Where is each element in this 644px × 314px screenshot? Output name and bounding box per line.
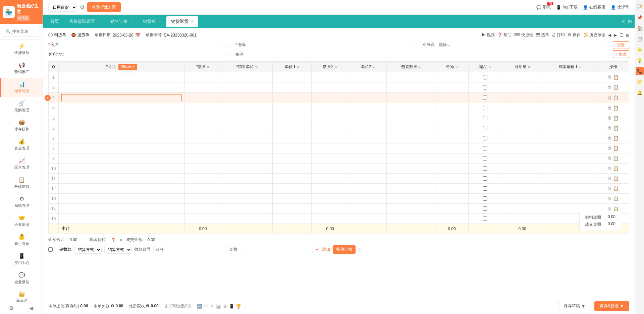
- qty2-cell[interactable]: [311, 194, 349, 204]
- cost-price-cell[interactable]: [543, 123, 597, 133]
- goods-input[interactable]: [61, 94, 182, 101]
- available-cell[interactable]: [502, 82, 543, 92]
- price-cell[interactable]: [273, 133, 311, 143]
- unit2-cell[interactable]: [349, 184, 386, 194]
- prev-record-btn[interactable]: ◀: [608, 32, 611, 38]
- sidebar-item-system[interactable]: ⚙ 系统管理: [0, 192, 43, 211]
- available-cell[interactable]: [502, 164, 543, 174]
- available-cell[interactable]: [502, 123, 543, 133]
- qty-cell[interactable]: [185, 72, 221, 82]
- th-cost-price[interactable]: 成本单价 ℹ: [543, 62, 597, 72]
- experience-plan-button[interactable]: 体验行业方案: [87, 2, 121, 12]
- gift-checkbox[interactable]: [483, 96, 487, 100]
- unit2-cell[interactable]: [349, 92, 386, 103]
- unit-cell[interactable]: [221, 92, 273, 103]
- price-cell[interactable]: [273, 164, 311, 174]
- delete-row-btn[interactable]: 🗑: [607, 85, 612, 90]
- sidebar-item-app-center[interactable]: 📱 应用中心: [0, 250, 43, 269]
- copy-row-btn[interactable]: 📋: [613, 106, 619, 111]
- pack-qty-cell[interactable]: [386, 143, 435, 153]
- save-draft-button[interactable]: 保存草稿 ▼: [558, 301, 591, 311]
- user-profile[interactable]: 👤 徐泽华: [611, 4, 629, 10]
- unit-cell[interactable]: [221, 133, 273, 143]
- remark-input[interactable]: [246, 51, 603, 58]
- right-btn-1[interactable]: 📝: [636, 3, 644, 11]
- right-btn-6[interactable]: 💡: [636, 56, 644, 64]
- cost-price-cell[interactable]: [543, 164, 597, 174]
- right-btn-4[interactable]: 📋: [636, 35, 644, 43]
- add-payment-button[interactable]: + + 添加: [316, 247, 330, 252]
- unit2-cell[interactable]: [349, 164, 386, 174]
- cost-price-cell[interactable]: [543, 92, 597, 103]
- tab-home[interactable]: 首页: [46, 16, 64, 27]
- copy-row-btn[interactable]: 📋: [613, 156, 619, 161]
- tab-sales-close[interactable]: ✕: [158, 19, 161, 24]
- price-cell[interactable]: [273, 103, 311, 113]
- gift-cell[interactable]: [469, 82, 502, 92]
- unit-cell[interactable]: [221, 113, 273, 123]
- goods-cell[interactable]: [59, 153, 185, 164]
- calendar-icon[interactable]: 📅: [135, 33, 140, 38]
- next-record-btn[interactable]: ▶: [614, 32, 617, 38]
- delete-row-btn[interactable]: 🗑: [607, 166, 612, 171]
- tab-sales-order-close[interactable]: ✕: [130, 19, 133, 24]
- view-detail-btn[interactable]: ⊞: [626, 32, 629, 38]
- gift-checkbox[interactable]: [483, 216, 487, 221]
- sidebar-item-enterprise[interactable]: 🤝 企业协同: [0, 211, 43, 231]
- qty2-cell[interactable]: [311, 82, 349, 92]
- th-qty[interactable]: *数量: [185, 62, 221, 72]
- qty2-cell[interactable]: [311, 153, 349, 164]
- goods-cell[interactable]: [59, 72, 185, 82]
- th-unit[interactable]: *销售单位: [221, 62, 273, 72]
- cost-price-cell[interactable]: [543, 113, 597, 123]
- cost-price-cell[interactable]: [543, 82, 597, 92]
- qty-cell[interactable]: [185, 143, 221, 153]
- sales-radio[interactable]: [48, 33, 53, 37]
- goods-cell[interactable]: [59, 143, 185, 153]
- right-btn-3[interactable]: 🏠: [636, 24, 644, 32]
- sidebar-item-finance[interactable]: 💰 资金管理: [0, 135, 43, 154]
- th-amount[interactable]: 金额: [435, 62, 469, 72]
- goods-cell[interactable]: [59, 164, 185, 174]
- copy-row-btn[interactable]: 📋: [613, 176, 619, 181]
- pack-qty-cell[interactable]: [386, 153, 435, 164]
- calc-method-select[interactable]: 结算方式: [104, 246, 132, 254]
- gift-cell[interactable]: [469, 92, 502, 103]
- close-tab-button[interactable]: ✕: [621, 19, 625, 24]
- sales-radio-label[interactable]: 销货单: [48, 32, 66, 38]
- qty2-cell[interactable]: [311, 72, 349, 82]
- sidebar-item-inventory[interactable]: 📦 库存核算: [0, 116, 43, 135]
- amount-cell[interactable]: [435, 82, 469, 92]
- price-cell[interactable]: [273, 143, 311, 153]
- available-cell[interactable]: [502, 153, 543, 164]
- gift-checkbox[interactable]: [483, 156, 487, 161]
- pack-qty-cell[interactable]: [386, 164, 435, 174]
- cost-price-cell[interactable]: [543, 174, 597, 184]
- copy-row-btn[interactable]: 📋: [613, 186, 619, 191]
- industry-select[interactable]: 日用百货: [48, 3, 77, 12]
- app-download-button[interactable]: 📱 App下载: [556, 4, 578, 10]
- unit-cell[interactable]: [221, 123, 273, 133]
- qty2-cell[interactable]: [311, 174, 349, 184]
- unit-cell[interactable]: [221, 103, 273, 113]
- qty-cell[interactable]: [185, 92, 221, 103]
- sidebar-settings-button[interactable]: ⚙: [3, 305, 20, 311]
- cost-price-cell[interactable]: [543, 153, 597, 164]
- help-btn[interactable]: ❓ 帮助: [497, 32, 512, 38]
- goods-cell[interactable]: [59, 204, 185, 214]
- goods-cell[interactable]: [59, 92, 185, 103]
- gift-cell[interactable]: [469, 103, 502, 113]
- gift-checkbox[interactable]: [483, 206, 487, 211]
- amount-cell[interactable]: [435, 214, 469, 224]
- pack-qty-cell[interactable]: [386, 184, 435, 194]
- price-cell[interactable]: [273, 153, 311, 164]
- amount-cell[interactable]: [435, 72, 469, 82]
- available-cell[interactable]: [502, 113, 543, 123]
- discount-question[interactable]: ❓: [111, 238, 116, 242]
- customer-select-icon[interactable]: ...: [225, 43, 229, 47]
- qty2-cell[interactable]: [311, 92, 349, 103]
- cost-price-cell[interactable]: [543, 72, 597, 82]
- sidebar-item-newbie[interactable]: 👶 新手引导: [0, 231, 43, 250]
- unit-cell[interactable]: [221, 204, 273, 214]
- pack-qty-cell[interactable]: [386, 72, 435, 82]
